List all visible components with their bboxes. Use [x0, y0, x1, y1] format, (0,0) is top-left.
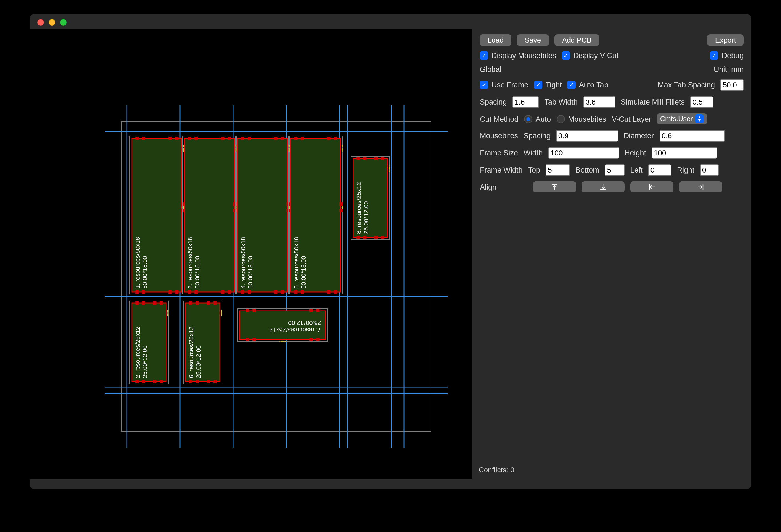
top-label: Top	[528, 166, 540, 174]
tight-checkbox[interactable]: ✓ Tight	[534, 81, 562, 89]
svg-text:8. resources/25x12: 8. resources/25x12	[355, 182, 362, 234]
arrow-up-bar-icon	[551, 183, 558, 190]
fw-right-input[interactable]	[700, 164, 719, 176]
svg-rect-90	[334, 290, 337, 294]
svg-rect-89	[327, 290, 330, 294]
addpcb-button[interactable]: Add PCB	[554, 34, 599, 46]
framewidth-label: Frame Width	[480, 166, 523, 174]
svg-point-148	[221, 313, 222, 314]
svg-point-99	[341, 146, 343, 148]
svg-text:50.00*18.00: 50.00*18.00	[194, 256, 201, 289]
fw-bottom-input[interactable]	[605, 164, 625, 176]
mb-spacing-input[interactable]	[556, 130, 618, 141]
check-icon: ✓	[562, 51, 570, 60]
pcb-canvas[interactable]: 1. resources/50x1850.00*18.003. resource…	[30, 29, 472, 480]
svg-rect-67	[281, 290, 284, 294]
fw-top-input[interactable]	[546, 164, 570, 176]
display-vcut-checkbox[interactable]: ✓ Display V-Cut	[562, 51, 619, 60]
cutmethod-auto-radio[interactable]: Auto	[524, 115, 551, 123]
radio-icon	[524, 115, 532, 123]
svg-rect-20	[168, 290, 172, 294]
svg-rect-125	[160, 301, 163, 305]
check-icon: ✓	[480, 51, 488, 60]
svg-point-118	[388, 171, 390, 172]
use-frame-checkbox[interactable]: ✓ Use Frame	[480, 81, 529, 89]
svg-text:25.00*12.00: 25.00*12.00	[195, 345, 202, 378]
svg-rect-17	[175, 136, 178, 140]
close-icon[interactable]	[37, 19, 44, 26]
load-button[interactable]: Load	[480, 34, 511, 46]
svg-rect-139	[196, 301, 199, 305]
cutmethod-mousebites-radio[interactable]: Mousebites	[557, 115, 606, 123]
svg-rect-85	[327, 136, 330, 140]
svg-point-134	[167, 315, 168, 316]
svg-rect-64	[241, 290, 244, 294]
svg-rect-126	[135, 380, 138, 383]
svg-rect-158	[246, 338, 249, 341]
svg-rect-154	[246, 309, 249, 313]
frame-width-input[interactable]	[548, 147, 619, 159]
canvas[interactable]: 1. resources/50x1850.00*18.003. resource…	[30, 29, 472, 480]
debug-checkbox[interactable]: ✓ Debug	[710, 51, 744, 60]
svg-point-116	[388, 168, 390, 169]
align-right-button[interactable]	[679, 181, 722, 193]
spacing-label: Spacing	[480, 98, 507, 106]
svg-point-165	[284, 341, 285, 342]
unit-label: Unit: mm	[714, 65, 744, 74]
tabwidth-label: Tab Width	[544, 98, 578, 106]
svg-point-130	[167, 310, 168, 311]
svg-rect-41	[188, 290, 191, 294]
maxtab-input[interactable]	[721, 79, 744, 91]
display-mousebites-checkbox[interactable]: ✓ Display Mousebites	[480, 51, 556, 60]
titlebar[interactable]	[30, 14, 751, 29]
save-button[interactable]: Save	[517, 34, 549, 46]
svg-rect-159	[252, 338, 256, 341]
frame-height-input[interactable]	[652, 147, 717, 159]
svg-text:25.00*12.00: 25.00*12.00	[141, 345, 148, 378]
global-heading: Global	[480, 65, 501, 74]
minimize-icon[interactable]	[49, 19, 55, 26]
svg-rect-111	[363, 236, 366, 239]
mb-diameter-input[interactable]	[659, 130, 725, 141]
vcutlayer-select[interactable]: Cmts.User ▲▼	[657, 113, 707, 124]
left-label: Left	[630, 166, 643, 174]
svg-point-24	[183, 207, 184, 208]
svg-text:25.00*12.00: 25.00*12.00	[363, 201, 369, 234]
svg-rect-51	[233, 209, 237, 212]
svg-text:2. resources/25x12: 2. resources/25x12	[134, 327, 141, 378]
align-top-button[interactable]	[533, 181, 576, 193]
export-button[interactable]: Export	[707, 34, 744, 46]
svg-rect-38	[195, 136, 198, 140]
svg-text:50.00*18.00: 50.00*18.00	[141, 256, 148, 289]
svg-text:25.00*12.00: 25.00*12.00	[288, 319, 321, 326]
align-bottom-button[interactable]	[582, 181, 625, 193]
svg-point-146	[221, 310, 222, 311]
svg-rect-160	[310, 338, 313, 341]
svg-rect-19	[142, 290, 145, 294]
svg-rect-86	[334, 136, 337, 140]
autotab-checkbox[interactable]: ✓ Auto Tab	[568, 81, 608, 89]
svg-rect-16	[168, 136, 172, 140]
align-left-button[interactable]	[630, 181, 673, 193]
width-label: Width	[524, 149, 543, 157]
svg-rect-73	[286, 202, 290, 206]
svg-rect-66	[274, 290, 277, 294]
svg-text:50.00*18.00: 50.00*18.00	[300, 256, 307, 289]
svg-point-147	[221, 311, 222, 312]
fw-left-input[interactable]	[648, 164, 671, 176]
svg-point-32	[183, 149, 184, 150]
spacing-input[interactable]	[512, 96, 539, 108]
sidebar: Load Save Add PCB Export ✓ Display Mouse…	[472, 29, 751, 480]
vcutlayer-label: V-Cut Layer	[612, 115, 651, 123]
tabwidth-input[interactable]	[583, 96, 615, 108]
svg-text:3. resources/50x18: 3. resources/50x18	[187, 237, 194, 289]
check-icon: ✓	[534, 81, 542, 89]
simfillets-input[interactable]	[690, 96, 713, 108]
maximize-icon[interactable]	[60, 19, 67, 26]
svg-rect-61	[248, 136, 251, 140]
svg-rect-123	[142, 301, 145, 305]
svg-rect-129	[160, 380, 163, 383]
svg-rect-63	[281, 136, 284, 140]
svg-rect-50	[233, 202, 237, 206]
svg-rect-113	[381, 236, 384, 239]
